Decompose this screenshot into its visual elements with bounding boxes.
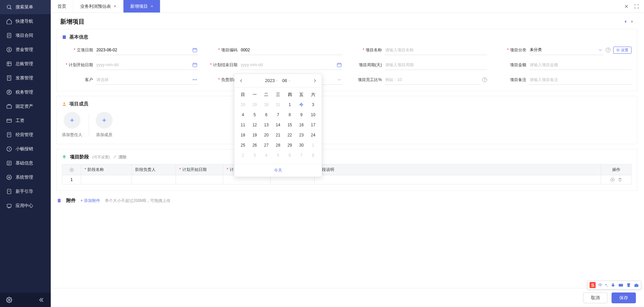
clear-phases-button[interactable]: 清除 [113, 154, 127, 160]
calendar-day[interactable]: 31 [272, 100, 284, 110]
calendar-day[interactable]: 11 [237, 120, 249, 130]
month-select[interactable]: 06 [282, 78, 291, 83]
establish-date-input[interactable] [96, 46, 198, 54]
sidebar-item-9[interactable]: 经营管理 [0, 128, 51, 142]
plan-start-input[interactable] [96, 61, 198, 69]
toolbox-icon[interactable] [634, 283, 639, 288]
calendar-day[interactable]: 7 [296, 150, 307, 160]
next-record-icon[interactable] [630, 19, 635, 24]
calendar-icon[interactable] [337, 62, 342, 68]
sidebar-item-5[interactable]: 发票管理 [0, 71, 51, 85]
calendar-day[interactable]: 9 [296, 110, 307, 120]
calendar-icon[interactable] [192, 47, 198, 53]
calendar-day[interactable]: 27 [260, 140, 272, 150]
plan-end-input[interactable] [240, 61, 343, 69]
calendar-day[interactable]: 4 [260, 150, 272, 160]
save-button[interactable]: 保存 [612, 292, 636, 303]
calendar-day[interactable]: 6 [284, 150, 296, 160]
next-month-icon[interactable] [312, 78, 318, 83]
prev-month-icon[interactable] [238, 78, 244, 83]
year-select[interactable]: 2023 [265, 78, 279, 83]
calendar-day[interactable]: 30 [260, 100, 272, 110]
calendar-day[interactable]: 28 [272, 140, 284, 150]
calendar-day[interactable]: 2 [237, 150, 249, 160]
calendar-day[interactable]: 8 [284, 110, 296, 120]
sidebar-item-8[interactable]: 工资 [0, 113, 51, 128]
calendar-day[interactable]: 28 [237, 100, 249, 110]
calendar-day[interactable]: 20 [260, 130, 272, 140]
project-code-input[interactable] [240, 46, 343, 54]
calendar-day[interactable]: 19 [249, 130, 261, 140]
chevron-down-icon[interactable] [337, 77, 342, 82]
sidebar-item-7[interactable]: 固定资产 [0, 99, 51, 113]
sidebar-item-10[interactable]: 小畅报销 [0, 142, 51, 156]
tab-close-icon[interactable]: ✕ [114, 4, 116, 8]
add-attachment-button[interactable]: + 添加附件 [80, 198, 100, 204]
tab-close-icon[interactable]: ✕ [151, 4, 153, 8]
delete-row-icon[interactable] [618, 177, 622, 182]
complete-pct-input[interactable] [385, 76, 480, 83]
calendar-day[interactable]: 29 [284, 140, 296, 150]
cycle-input[interactable] [385, 61, 487, 69]
calendar-day[interactable]: 14 [272, 120, 284, 130]
sidebar-item-1[interactable]: 快捷导航 [0, 14, 51, 28]
calendar-day[interactable]: 1 [307, 140, 319, 150]
help-icon[interactable]: ? [606, 48, 611, 52]
tab-0[interactable]: 首页 [51, 0, 73, 12]
sidebar-item-6[interactable]: 税务管理 [0, 85, 51, 99]
calendar-day[interactable]: 25 [237, 140, 249, 150]
calendar-day[interactable]: 29 [249, 100, 261, 110]
calendar-day[interactable]: 24 [307, 130, 319, 140]
calendar-day[interactable]: 4 [237, 110, 249, 120]
calendar-day[interactable]: 6 [260, 110, 272, 120]
sidebar-item-4[interactable]: 总账管理 [0, 57, 51, 71]
calendar-day[interactable]: 12 [249, 120, 261, 130]
ime-punct-icon[interactable]: •, [605, 283, 608, 287]
calendar-day[interactable]: 18 [237, 130, 249, 140]
table-row[interactable]: 1 [62, 175, 631, 184]
project-name-input[interactable] [385, 46, 487, 54]
calendar-day[interactable]: 5 [249, 110, 261, 120]
calendar-day[interactable]: 10 [307, 110, 319, 120]
calendar-day[interactable]: 23 [296, 130, 307, 140]
gear-icon[interactable] [6, 297, 12, 303]
ime-lang[interactable]: 中 [598, 282, 602, 288]
cancel-button[interactable]: 取消 [583, 292, 607, 303]
calendar-day[interactable]: 30 [296, 140, 307, 150]
tab-2[interactable]: 新增项目✕ [123, 0, 160, 12]
collapse-icon[interactable] [39, 297, 45, 303]
microphone-icon[interactable] [611, 283, 616, 288]
sidebar-item-0[interactable]: 搜索菜单 [0, 0, 51, 14]
calendar-day[interactable]: 7 [272, 110, 284, 120]
calendar-day[interactable]: 5 [272, 150, 284, 160]
calendar-day[interactable]: 15 [284, 120, 296, 130]
calendar-day[interactable]: 今 [296, 100, 307, 110]
calendar-day[interactable]: 17 [307, 120, 319, 130]
fullscreen-icon[interactable] [634, 4, 639, 9]
sidebar-item-3[interactable]: 资金管理 [0, 43, 51, 57]
prev-record-icon[interactable] [623, 19, 628, 24]
skin-icon[interactable] [626, 283, 631, 288]
sidebar-item-2[interactable]: 项目合同 [0, 28, 51, 43]
calendar-day[interactable]: 3 [307, 100, 319, 110]
calendar-day[interactable]: 1 [284, 100, 296, 110]
calendar-day[interactable]: 16 [296, 120, 307, 130]
ime-toolbar[interactable]: S 中 •, [587, 281, 641, 289]
add-member-button[interactable] [96, 112, 113, 129]
calendar-day[interactable]: 8 [307, 150, 319, 160]
calendar-day[interactable]: 3 [249, 150, 261, 160]
gear-icon[interactable] [69, 168, 74, 172]
category-settings-button[interactable]: 设置 [613, 47, 631, 54]
calendar-day[interactable]: 13 [260, 120, 272, 130]
sidebar-item-11[interactable]: 基础信息 [0, 156, 51, 170]
remark-input[interactable] [529, 76, 631, 83]
calendar-day[interactable]: 21 [272, 130, 284, 140]
add-row-icon[interactable] [610, 177, 615, 182]
today-button[interactable]: 今天 [234, 164, 322, 177]
project-category-select[interactable] [529, 46, 604, 54]
sidebar-item-12[interactable]: 系统管理 [0, 170, 51, 184]
calendar-icon[interactable] [192, 62, 198, 68]
tab-1[interactable]: 业务利润预估表✕ [73, 0, 123, 12]
more-icon[interactable] [192, 77, 198, 82]
add-owner-button[interactable] [64, 112, 80, 129]
